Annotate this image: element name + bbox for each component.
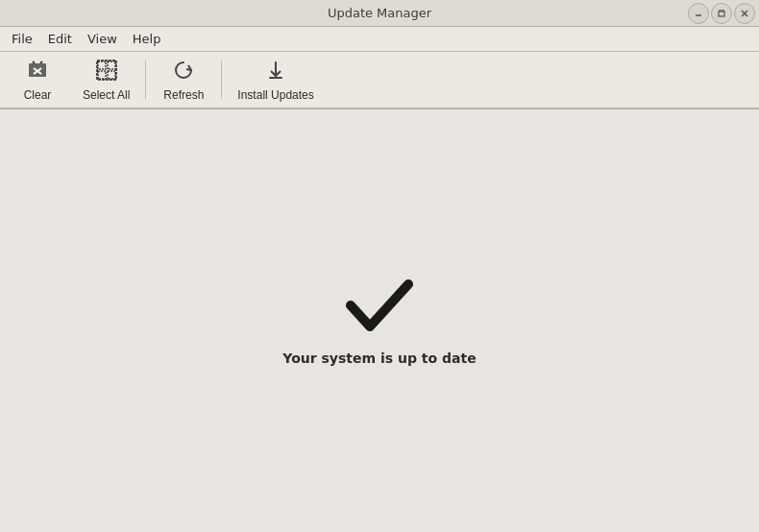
status-text: Your system is up to date xyxy=(282,351,476,366)
select-all-icon xyxy=(95,59,118,85)
clear-label: Clear xyxy=(24,88,52,102)
toolbar-separator-2 xyxy=(221,60,222,99)
svg-rect-1 xyxy=(719,12,724,16)
svg-rect-13 xyxy=(108,71,115,79)
refresh-button[interactable]: Refresh xyxy=(150,55,217,105)
select-all-button[interactable]: Select All xyxy=(71,55,141,105)
minimize-button[interactable] xyxy=(688,3,709,24)
svg-line-7 xyxy=(40,61,42,63)
refresh-icon xyxy=(172,59,195,85)
window-controls xyxy=(688,3,755,24)
toolbar-separator-1 xyxy=(145,60,146,99)
titlebar: Update Manager xyxy=(0,0,759,27)
refresh-label: Refresh xyxy=(163,88,204,102)
menubar: File Edit View Help xyxy=(0,27,759,52)
maximize-button[interactable] xyxy=(711,3,732,24)
close-button[interactable] xyxy=(734,3,755,24)
checkmark-icon xyxy=(346,277,413,337)
main-content: Your system is up to date xyxy=(0,109,759,532)
svg-rect-14 xyxy=(97,60,116,80)
toolbar: Clear Select All Refresh xyxy=(0,52,759,109)
clear-button[interactable]: Clear xyxy=(4,55,71,105)
svg-rect-11 xyxy=(108,61,115,69)
install-updates-label: Install Updates xyxy=(237,88,313,102)
menu-help[interactable]: Help xyxy=(125,29,169,49)
select-all-label: Select All xyxy=(83,88,130,102)
install-updates-icon xyxy=(264,59,287,85)
menu-edit[interactable]: Edit xyxy=(40,29,80,49)
install-updates-button[interactable]: Install Updates xyxy=(226,55,325,105)
svg-rect-10 xyxy=(98,61,106,69)
menu-file[interactable]: File xyxy=(4,29,40,49)
menu-view[interactable]: View xyxy=(80,29,125,49)
status-container: Your system is up to date xyxy=(282,277,476,366)
window-title: Update Manager xyxy=(328,6,431,20)
svg-line-6 xyxy=(33,61,35,63)
svg-rect-12 xyxy=(98,71,106,79)
clear-icon xyxy=(26,59,49,85)
